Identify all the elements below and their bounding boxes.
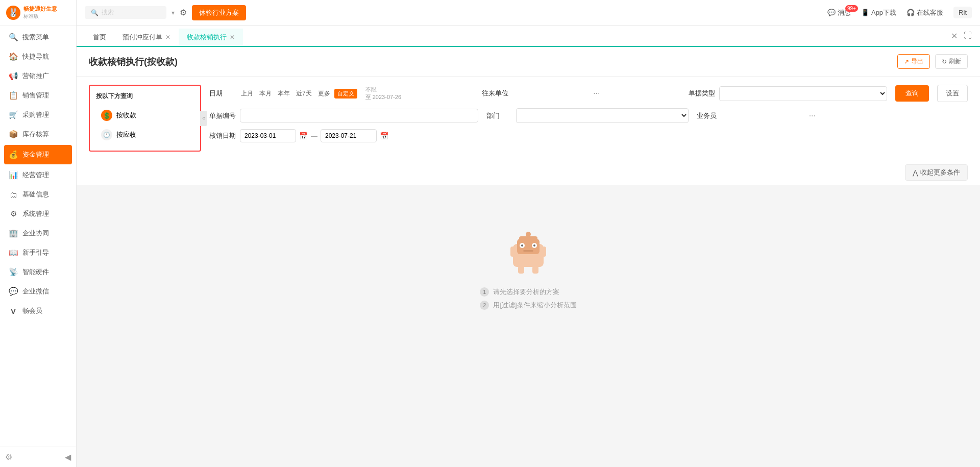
sidebar-item-basicinfo[interactable]: 🗂 基础信息 bbox=[0, 185, 76, 204]
sidebar-item-label: 经营管理 bbox=[22, 170, 49, 180]
receivable-option-icon: 🕐 bbox=[101, 129, 112, 140]
settings-icon[interactable]: ⚙ bbox=[5, 452, 12, 462]
sidebar-item-inventory[interactable]: 📦 库存核算 bbox=[0, 125, 76, 144]
sidebar-item-vip[interactable]: V 畅会员 bbox=[0, 301, 76, 321]
refresh-button[interactable]: ↻ 刷新 bbox=[935, 54, 968, 69]
staff-input[interactable]: ··· bbox=[726, 111, 898, 120]
more-conditions-bar: ⋀ 收起更多条件 bbox=[77, 160, 980, 185]
date-btn-more[interactable]: 更多 bbox=[316, 88, 332, 99]
filter-row-2: 单据编号 部门 业务员 ··· bbox=[209, 108, 968, 123]
online-service-button[interactable]: 🎧 在线客服 bbox=[906, 8, 943, 17]
svg-rect-8 bbox=[542, 247, 546, 257]
tab-prepay-offset[interactable]: 预付冲应付单 ✕ bbox=[114, 29, 179, 47]
tip-text-1: 请先选择要分析的方案 bbox=[493, 287, 559, 297]
doctype-field: 单据类型 bbox=[689, 86, 887, 101]
sidebar-item-search[interactable]: 🔍 搜索菜单 bbox=[0, 28, 76, 47]
sidebar-item-quicknav[interactable]: 🏠 快捷导航 bbox=[0, 47, 76, 66]
dept-select[interactable] bbox=[516, 108, 688, 123]
sidebar-item-bizmanage[interactable]: 📊 经营管理 bbox=[0, 165, 76, 185]
industry-solution-button[interactable]: 休验行业方案 bbox=[192, 5, 246, 20]
tab-prepay-close-icon[interactable]: ✕ bbox=[165, 34, 170, 41]
filter-collapse-button[interactable]: « bbox=[200, 111, 207, 126]
tab-expand-icon[interactable]: ⛶ bbox=[964, 31, 972, 41]
date-custom-badge[interactable]: 自定义 bbox=[334, 89, 357, 99]
sidebar-item-finance[interactable]: 💰 资金管理 bbox=[4, 145, 72, 164]
svg-rect-6 bbox=[523, 250, 533, 252]
sidebar-item-smarthw[interactable]: 📡 智能硬件 bbox=[0, 262, 76, 282]
vip-icon: V bbox=[8, 307, 18, 315]
tab-home[interactable]: 首页 bbox=[85, 29, 114, 47]
filter-row-1: 日期 上月 本月 本年 近7天 更多 自定义 bbox=[209, 85, 968, 102]
sidebar-item-label: 系统管理 bbox=[22, 209, 49, 218]
verify-date-start-calendar-icon[interactable]: 📅 bbox=[299, 132, 308, 140]
sidebar-item-label: 快捷导航 bbox=[22, 52, 49, 61]
refresh-icon: ↻ bbox=[942, 58, 947, 65]
sidebar-item-sysmgmt[interactable]: ⚙ 系统管理 bbox=[0, 204, 76, 224]
top-header: 🔍 搜索 ▾ ⚙ 休验行业方案 💬 消息 99+ 📱 App下载 🎧 在线客服 bbox=[77, 0, 980, 26]
tab-home-label: 首页 bbox=[93, 33, 106, 42]
sidebar-item-sales[interactable]: 📋 销售管理 bbox=[0, 86, 76, 105]
more-conditions-button[interactable]: ⋀ 收起更多条件 bbox=[905, 164, 968, 181]
search-icon: 🔍 bbox=[91, 9, 99, 16]
docno-field: 单据编号 bbox=[209, 109, 478, 122]
search-menu-icon: 🔍 bbox=[8, 33, 18, 42]
collapse-icon[interactable]: ◀ bbox=[65, 452, 71, 462]
docno-input[interactable] bbox=[240, 109, 478, 122]
tab-receipt-offset[interactable]: 收款核销执行 ✕ bbox=[179, 29, 243, 47]
svg-rect-11 bbox=[519, 236, 537, 240]
tab-close-all-icon[interactable]: ✕ bbox=[951, 31, 958, 41]
header-search-box[interactable]: 🔍 搜索 bbox=[85, 6, 166, 19]
verify-date-end-input[interactable] bbox=[321, 129, 377, 142]
query-button[interactable]: 查询 bbox=[895, 85, 929, 102]
tab-prepay-label: 预付冲应付单 bbox=[122, 33, 162, 42]
sidebar-item-label: 智能硬件 bbox=[22, 267, 49, 277]
vendor-input[interactable]: ··· bbox=[512, 89, 680, 98]
sidebar-item-purchase[interactable]: 🛒 采购管理 bbox=[0, 105, 76, 125]
messages-button[interactable]: 💬 消息 99+ bbox=[827, 8, 851, 17]
verify-date-label: 核销日期 bbox=[209, 131, 236, 140]
export-button[interactable]: ↗ 导出 bbox=[897, 54, 930, 69]
empty-tip-2: 2 用[过滤]条件来缩小分析范围 bbox=[480, 301, 576, 310]
filter-option-by-receivable[interactable]: 🕐 按应收 bbox=[96, 125, 194, 144]
app-download-button[interactable]: 📱 App下载 bbox=[861, 8, 896, 17]
user-profile[interactable]: Rit bbox=[953, 7, 972, 18]
date-label: 日期 bbox=[209, 89, 235, 98]
sidebar-item-beginner[interactable]: 📖 新手引导 bbox=[0, 243, 76, 262]
logo-badge: 标准版 bbox=[23, 13, 57, 20]
settings-button[interactable]: 设置 bbox=[937, 85, 968, 102]
date-btn-lastmonth[interactable]: 上月 bbox=[239, 88, 255, 99]
finance-icon: 💰 bbox=[8, 150, 18, 159]
verify-date-start-input[interactable] bbox=[240, 129, 296, 142]
date-btn-7days[interactable]: 近7天 bbox=[294, 88, 314, 99]
receipt-option-label: 按收款 bbox=[116, 111, 136, 120]
doctype-select[interactable] bbox=[719, 86, 887, 101]
tab-receipt-close-icon[interactable]: ✕ bbox=[230, 34, 235, 41]
staff-field: 业务员 ··· bbox=[697, 111, 898, 120]
tip-num-2: 2 bbox=[480, 301, 489, 310]
verify-date-end-calendar-icon[interactable]: 📅 bbox=[380, 132, 388, 140]
message-icon: 💬 bbox=[827, 9, 836, 16]
gear-icon[interactable]: ⚙ bbox=[180, 8, 187, 17]
content-area: 收款核销执行(按收款) ↗ 导出 ↻ 刷新 按以下方查询 💲 按收款 bbox=[77, 47, 980, 467]
inventory-icon: 📦 bbox=[8, 130, 18, 139]
marketing-icon: 📢 bbox=[8, 71, 18, 81]
dropdown-arrow-icon[interactable]: ▾ bbox=[172, 9, 175, 16]
sidebar-item-label: 库存核算 bbox=[22, 130, 49, 139]
sidebar-item-label: 营销推广 bbox=[22, 71, 49, 81]
sidebar-item-corpcollab[interactable]: 🏢 企业协同 bbox=[0, 224, 76, 243]
sidebar-item-corpwechat[interactable]: 💬 企业微信 bbox=[0, 282, 76, 301]
empty-state: 1 请先选择要分析的方案 2 用[过滤]条件来缩小分析范围 bbox=[77, 185, 980, 351]
beginner-icon: 📖 bbox=[8, 248, 18, 257]
filter-option-by-receipt[interactable]: 💲 按收款 bbox=[96, 106, 194, 125]
tip-num-1: 1 bbox=[480, 287, 489, 297]
sidebar-item-marketing[interactable]: 📢 营销推广 bbox=[0, 66, 76, 86]
svg-rect-10 bbox=[532, 266, 538, 274]
date-btn-thismonth[interactable]: 本月 bbox=[257, 88, 274, 99]
dept-label: 部门 bbox=[486, 111, 512, 120]
header-left: 🔍 搜索 ▾ ⚙ 休验行业方案 bbox=[85, 5, 246, 20]
verify-date-field: 核销日期 📅 — 📅 bbox=[209, 129, 968, 142]
date-btn-thisyear[interactable]: 本年 bbox=[276, 88, 292, 99]
sidebar-menu: 🔍 搜索菜单 🏠 快捷导航 📢 营销推广 📋 销售管理 🛒 采购管理 📦 库存核… bbox=[0, 26, 76, 447]
date-range-display: 不限 至 2023-07-26 bbox=[365, 86, 401, 101]
logo-icon: 🐰 bbox=[6, 6, 20, 20]
